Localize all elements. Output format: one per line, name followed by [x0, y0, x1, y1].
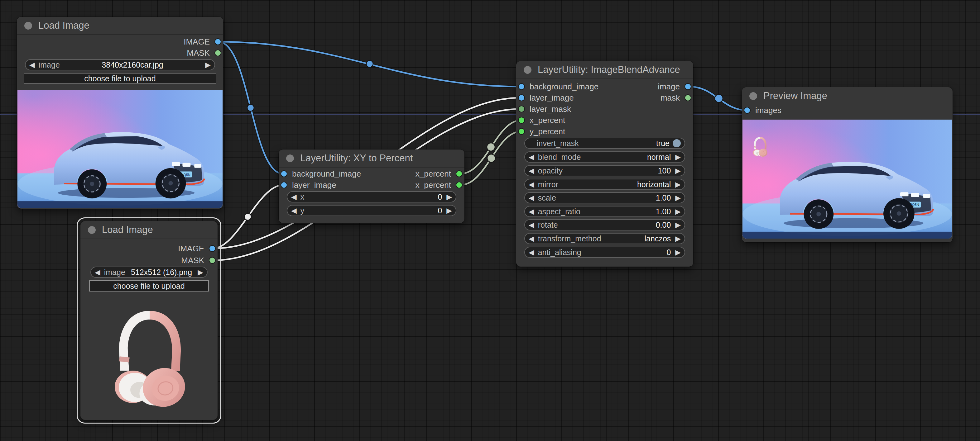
node-title: Preview Image — [764, 90, 827, 102]
mirror-selector[interactable]: ◀ mirror horizontal ▶ — [524, 179, 685, 190]
node-load-image-1[interactable]: Load Image IMAGE MASK ◀ image 3840x2160c… — [17, 17, 223, 209]
decrement-arrow-icon[interactable]: ◀ — [529, 194, 534, 201]
node-titlebar[interactable]: Preview Image — [742, 87, 953, 105]
image-port-dot-icon[interactable] — [209, 245, 216, 252]
image-port-dot-icon[interactable] — [684, 83, 691, 90]
collapse-dot-icon[interactable] — [88, 226, 96, 234]
port-images-input[interactable]: images — [744, 105, 781, 116]
collapse-dot-icon[interactable] — [523, 66, 531, 74]
port-image-output[interactable]: IMAGE — [184, 36, 221, 48]
y-stepper[interactable]: ◀ y 0 ▶ — [287, 205, 457, 216]
node-load-image-2[interactable]: Load Image IMAGE MASK ◀ image 512x512 (1… — [80, 221, 218, 420]
next-arrow-icon[interactable]: ▶ — [197, 269, 203, 276]
anti-aliasing-stepper[interactable]: ◀ anti_aliasing 0 ▶ — [524, 247, 685, 258]
port-layer-image-input[interactable]: layer_image — [280, 179, 336, 190]
node-titlebar[interactable]: LayerUtility: ImageBlendAdvance — [516, 61, 693, 79]
prev-arrow-icon[interactable]: ◀ — [529, 235, 534, 242]
decrement-arrow-icon[interactable]: ◀ — [529, 221, 534, 228]
blend-mode-selector[interactable]: ◀ blend_mode normal ▶ — [524, 151, 685, 163]
image-port-dot-icon[interactable] — [744, 107, 751, 114]
decrement-arrow-icon[interactable]: ◀ — [291, 194, 297, 201]
increment-arrow-icon[interactable]: ▶ — [446, 194, 452, 201]
transform-method-selector[interactable]: ◀ transform_method lanczos ▶ — [524, 233, 685, 244]
node-titlebar[interactable]: Load Image — [17, 17, 223, 35]
prev-arrow-icon[interactable]: ◀ — [95, 269, 100, 276]
collapse-dot-icon[interactable] — [24, 22, 32, 30]
collapse-dot-icon[interactable] — [286, 154, 294, 162]
rotate-stepper[interactable]: ◀ rotate 0.00 ▶ — [524, 219, 685, 230]
increment-arrow-icon[interactable]: ▶ — [675, 249, 681, 256]
increment-arrow-icon[interactable]: ▶ — [675, 194, 681, 201]
node-title: Load Image — [102, 224, 153, 235]
port-mask-output[interactable]: mask — [660, 92, 691, 103]
decrement-arrow-icon[interactable]: ◀ — [529, 167, 534, 174]
percent-port-dot-icon[interactable] — [456, 182, 463, 189]
mask-port-dot-icon[interactable] — [518, 106, 525, 113]
blended-preview-image — [743, 120, 952, 239]
upload-button[interactable]: choose file to upload — [24, 73, 216, 84]
opacity-stepper[interactable]: ◀ opacity 100 ▶ — [524, 165, 685, 176]
mask-port-dot-icon[interactable] — [209, 257, 216, 264]
increment-arrow-icon[interactable]: ▶ — [675, 208, 681, 215]
percent-port-dot-icon[interactable] — [518, 128, 525, 135]
port-mask-output[interactable]: MASK — [187, 48, 221, 59]
image-filename: 512x512 (16).png — [128, 268, 196, 277]
next-arrow-icon[interactable]: ▶ — [205, 61, 211, 68]
port-y-percent-output[interactable]: x_percent — [415, 179, 463, 190]
node-title: Load Image — [38, 20, 89, 31]
mask-port-dot-icon[interactable] — [215, 49, 221, 56]
scale-stepper[interactable]: ◀ scale 1.00 ▶ — [524, 192, 685, 203]
node-image-blend-advance[interactable]: LayerUtility: ImageBlendAdvance backgrou… — [516, 61, 693, 267]
prev-arrow-icon[interactable]: ◀ — [529, 154, 534, 161]
port-layer-image-input[interactable]: layer_image — [518, 92, 574, 103]
decrement-arrow-icon[interactable]: ◀ — [529, 249, 534, 256]
node-titlebar[interactable]: Load Image — [80, 221, 218, 239]
port-x-percent-input[interactable]: x_percent — [518, 114, 565, 126]
port-background-image-input[interactable]: background_image — [518, 81, 598, 92]
image-port-dot-icon[interactable] — [215, 38, 221, 45]
decrement-arrow-icon[interactable]: ◀ — [291, 207, 297, 214]
port-x-percent-output[interactable]: x_percent — [415, 168, 463, 179]
node-title: LayerUtility: XY to Percent — [300, 152, 413, 164]
collapse-dot-icon[interactable] — [749, 92, 757, 100]
mask-port-dot-icon[interactable] — [684, 94, 691, 101]
percent-port-dot-icon[interactable] — [518, 117, 525, 124]
node-preview-image[interactable]: Preview Image images — [742, 87, 953, 242]
image-port-dot-icon[interactable] — [518, 83, 525, 90]
increment-arrow-icon[interactable]: ▶ — [675, 167, 681, 174]
node-titlebar[interactable]: LayerUtility: XY to Percent — [278, 149, 465, 168]
next-arrow-icon[interactable]: ▶ — [675, 235, 681, 242]
port-image-output[interactable]: image — [658, 81, 691, 92]
image-port-dot-icon[interactable] — [518, 94, 525, 101]
node-title: LayerUtility: ImageBlendAdvance — [538, 64, 680, 75]
increment-arrow-icon[interactable]: ▶ — [675, 221, 681, 228]
prev-arrow-icon[interactable]: ◀ — [29, 61, 35, 68]
headphones-preview-image — [103, 299, 196, 411]
prev-arrow-icon[interactable]: ◀ — [529, 181, 534, 188]
next-arrow-icon[interactable]: ▶ — [675, 181, 681, 188]
aspect-ratio-stepper[interactable]: ◀ aspect_ratio 1.00 ▶ — [524, 206, 685, 217]
port-mask-output[interactable]: MASK — [181, 255, 216, 266]
percent-port-dot-icon[interactable] — [456, 170, 463, 177]
image-filename: 3840x2160car.jpg — [62, 60, 203, 70]
invert-mask-toggle[interactable]: invert_mask true — [524, 138, 685, 149]
decrement-arrow-icon[interactable]: ◀ — [529, 208, 534, 215]
upload-button[interactable]: choose file to upload — [89, 280, 209, 292]
next-arrow-icon[interactable]: ▶ — [675, 154, 681, 161]
node-xy-to-percent[interactable]: LayerUtility: XY to Percent background_i… — [278, 149, 465, 223]
port-background-image-input[interactable]: background_image — [280, 168, 361, 179]
x-stepper[interactable]: ◀ x 0 ▶ — [287, 191, 457, 202]
toggle-knob-icon[interactable] — [673, 139, 681, 147]
port-layer-mask-input[interactable]: layer_mask — [518, 103, 571, 114]
image-port-dot-icon[interactable] — [280, 170, 287, 177]
port-y-percent-input[interactable]: y_percent — [518, 126, 565, 137]
node-graph-canvas[interactable]: Load Image IMAGE MASK ◀ image 3840x2160c… — [0, 0, 980, 441]
image-port-dot-icon[interactable] — [280, 182, 287, 189]
port-image-output[interactable]: IMAGE — [178, 243, 216, 254]
car-preview-image — [18, 90, 223, 208]
image-selector[interactable]: ◀ image 3840x2160car.jpg ▶ — [25, 59, 215, 70]
image-selector[interactable]: ◀ image 512x512 (16).png ▶ — [91, 267, 208, 278]
increment-arrow-icon[interactable]: ▶ — [446, 207, 452, 214]
